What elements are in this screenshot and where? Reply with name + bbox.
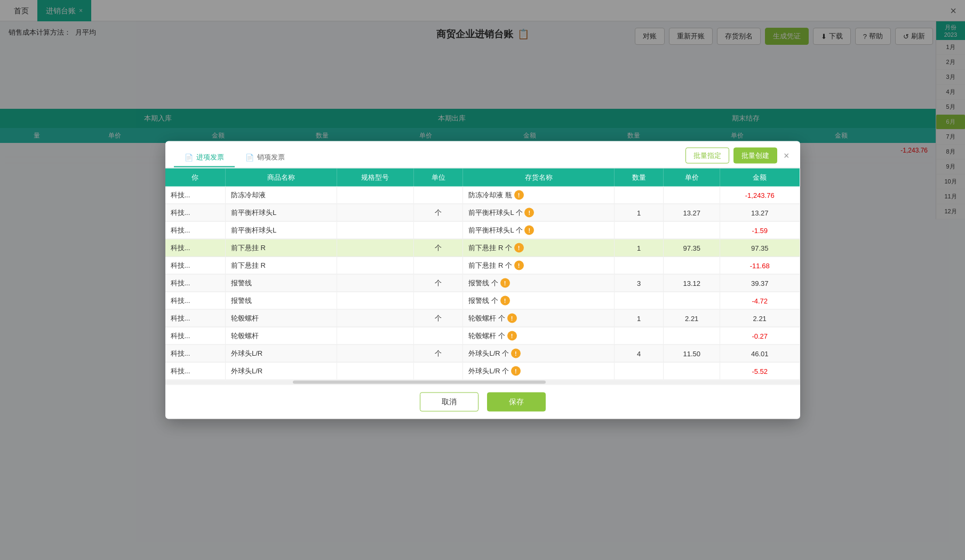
warning-icon: ! [514, 243, 524, 253]
table-cell [614, 257, 664, 274]
table-cell: 科技... [165, 327, 226, 345]
purchase-invoice-icon: 📄 [185, 153, 193, 161]
table-cell: 外球头L/R 个 ! [463, 362, 615, 380]
table-cell: 1 [614, 309, 664, 327]
table-cell: 科技... [165, 292, 226, 309]
table-cell [337, 309, 414, 327]
table-row[interactable]: 科技...防冻冷却液防冻冷却液 瓶 !-1,243.76 [165, 187, 800, 204]
table-cell [337, 204, 414, 221]
table-cell: -1,243.76 [720, 187, 800, 204]
invoice-table: 你 商品名称 规格型号 单位 存货名称 数量 单价 金额 科技...防冻冷却液防… [165, 169, 800, 380]
warning-icon: ! [500, 296, 510, 306]
table-cell: 外球头L/R [225, 345, 337, 362]
scroll-thumb [293, 381, 546, 384]
table-cell: 11.50 [664, 345, 720, 362]
table-cell: 个 [413, 274, 463, 292]
purchase-invoice-label: 进项发票 [196, 153, 224, 162]
table-cell [614, 362, 664, 380]
table-cell [337, 257, 414, 274]
table-cell: -4.72 [720, 292, 800, 309]
table-cell: -1.59 [720, 221, 800, 239]
warning-icon: ! [500, 278, 510, 288]
table-cell [664, 292, 720, 309]
table-cell: 39.37 [720, 274, 800, 292]
btn-cancel[interactable]: 取消 [420, 393, 478, 412]
table-cell: 个 [413, 204, 463, 221]
table-cell: 前下悬挂 R [225, 257, 337, 274]
table-cell: 报警线 个 ! [463, 292, 615, 309]
table-cell: 前平衡杆球头L 个 ! [463, 221, 615, 239]
table-row[interactable]: 科技...外球头L/R外球头L/R 个 !-5.52 [165, 362, 800, 380]
table-cell: 报警线 个 ! [463, 274, 615, 292]
table-row[interactable]: 科技...前平衡杆球头L个前平衡杆球头L 个 !113.2713.27 [165, 204, 800, 221]
table-cell: 1 [614, 239, 664, 257]
table-cell [413, 292, 463, 309]
table-cell: 外球头L/R [225, 362, 337, 380]
table-cell: 防冻冷却液 [225, 187, 337, 204]
warning-icon: ! [507, 314, 517, 323]
table-cell: 个 [413, 239, 463, 257]
table-cell: 科技... [165, 187, 226, 204]
horizontal-scrollbar[interactable] [165, 380, 800, 385]
table-cell [664, 327, 720, 345]
modal-dialog: 📄 进项发票 📄 销项发票 批量指定 批量创建 × 你 商品名称 规格型号 单位 [165, 141, 800, 419]
table-row[interactable]: 科技...前平衡杆球头L前平衡杆球头L 个 !-1.59 [165, 221, 800, 239]
table-cell: -5.52 [720, 362, 800, 380]
warning-icon: ! [524, 226, 534, 235]
tab-sales-invoice[interactable]: 📄 销项发票 [235, 148, 296, 167]
tab-purchase-invoice[interactable]: 📄 进项发票 [174, 148, 235, 167]
table-row[interactable]: 科技...报警线个报警线 个 !313.1239.37 [165, 274, 800, 292]
table-cell [614, 292, 664, 309]
modal-body: 你 商品名称 规格型号 单位 存货名称 数量 单价 金额 科技...防冻冷却液防… [165, 169, 800, 380]
table-row[interactable]: 科技...轮毂螺杆个轮毂螺杆 个 !12.212.21 [165, 309, 800, 327]
table-cell [337, 221, 414, 239]
table-row[interactable]: 科技...外球头L/R个外球头L/R 个 !411.5046.01 [165, 345, 800, 362]
warning-icon: ! [514, 261, 524, 270]
col-header-inventory-name: 存货名称 [463, 169, 615, 187]
table-cell [413, 362, 463, 380]
table-cell: 97.35 [720, 239, 800, 257]
table-cell: -11.68 [720, 257, 800, 274]
table-cell: 个 [413, 345, 463, 362]
table-cell: 科技... [165, 274, 226, 292]
table-cell [664, 221, 720, 239]
table-row[interactable]: 科技...前下悬挂 R前下悬挂 R 个 !-11.68 [165, 257, 800, 274]
table-row[interactable]: 科技...轮毂螺杆轮毂螺杆 个 !-0.27 [165, 327, 800, 345]
btn-batch-create[interactable]: 批量创建 [733, 148, 777, 164]
table-cell [413, 221, 463, 239]
table-cell [664, 362, 720, 380]
col-header-you: 你 [165, 169, 226, 187]
table-cell: 13.27 [664, 204, 720, 221]
table-cell: 前下悬挂 R 个 ! [463, 239, 615, 257]
table-cell: 46.01 [720, 345, 800, 362]
sales-invoice-icon: 📄 [245, 153, 254, 161]
col-header-product-name: 商品名称 [225, 169, 337, 187]
table-cell: 防冻冷却液 瓶 ! [463, 187, 615, 204]
table-cell [413, 257, 463, 274]
warning-icon: ! [511, 349, 521, 358]
table-cell: 报警线 [225, 274, 337, 292]
table-cell [614, 221, 664, 239]
table-cell [337, 239, 414, 257]
btn-batch-assign[interactable]: 批量指定 [685, 148, 729, 164]
modal-header-actions: 批量指定 批量创建 × [685, 148, 792, 168]
modal-close-icon[interactable]: × [781, 150, 792, 161]
table-cell: 报警线 [225, 292, 337, 309]
table-cell: 外球头L/R 个 ! [463, 345, 615, 362]
sales-invoice-label: 销项发票 [257, 153, 285, 162]
table-cell: 4 [614, 345, 664, 362]
table-cell [413, 327, 463, 345]
warning-icon: ! [507, 331, 517, 341]
table-row[interactable]: 科技...报警线报警线 个 !-4.72 [165, 292, 800, 309]
table-cell [337, 274, 414, 292]
table-cell [413, 187, 463, 204]
table-cell: 前平衡杆球头L [225, 221, 337, 239]
table-cell: 前下悬挂 R 个 ! [463, 257, 615, 274]
table-cell: 科技... [165, 345, 226, 362]
btn-save[interactable]: 保存 [487, 393, 546, 412]
table-cell: 科技... [165, 204, 226, 221]
modal-header: 📄 进项发票 📄 销项发票 批量指定 批量创建 × [165, 141, 800, 169]
table-row[interactable]: 科技...前下悬挂 R个前下悬挂 R 个 !197.3597.35 [165, 239, 800, 257]
table-cell: 前下悬挂 R [225, 239, 337, 257]
table-cell: 科技... [165, 362, 226, 380]
